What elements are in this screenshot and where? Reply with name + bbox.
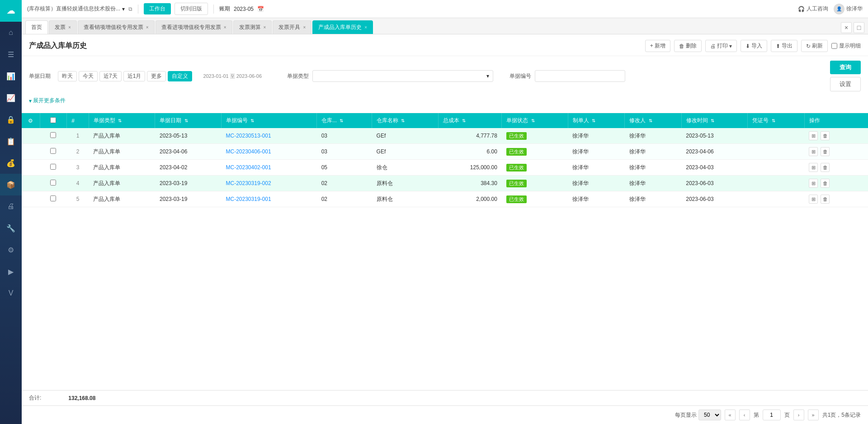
row-checkbox-cell[interactable] xyxy=(40,128,67,144)
date-btn-more[interactable]: 更多 xyxy=(147,71,166,81)
row-checkbox-cell[interactable] xyxy=(40,144,67,160)
per-page-input[interactable]: 50 100 200 xyxy=(698,410,721,420)
th-voucher[interactable]: 凭证号 ⇅ xyxy=(748,113,804,128)
sidebar-item-play[interactable]: ▶ xyxy=(0,261,22,282)
sidebar-item-settings[interactable]: ⚙ xyxy=(0,239,22,261)
refresh-button[interactable]: ↻ 刷新 xyxy=(801,40,828,52)
th-total-cost[interactable]: 总成本 ⇅ xyxy=(438,113,502,128)
select-all-checkbox[interactable] xyxy=(50,117,56,123)
calendar-icon[interactable]: 📅 xyxy=(257,6,264,12)
row-delete-btn-4[interactable]: 🗑 xyxy=(821,195,830,204)
tab-invoice-issue-close[interactable]: × xyxy=(303,25,306,30)
row-number-link-0[interactable]: MC-20230513-001 xyxy=(226,133,271,139)
tab-sales-invoice[interactable]: 查看销项增值税专用发票 × xyxy=(78,20,155,34)
page-input[interactable] xyxy=(763,410,781,420)
service-button[interactable]: 🎧 人工咨询 xyxy=(798,5,828,13)
show-detail-label[interactable]: 显示明细 xyxy=(831,42,861,50)
row-number-0[interactable]: MC-20230513-001 xyxy=(222,128,317,144)
th-date[interactable]: 单据日期 ⇅ xyxy=(155,113,222,128)
row-number-link-2[interactable]: MC-20230402-001 xyxy=(226,164,271,171)
switch-button[interactable]: 切到旧版 xyxy=(175,3,208,15)
date-btn-1month[interactable]: 近1月 xyxy=(123,71,146,81)
th-modifier[interactable]: 修改人 ⇅ xyxy=(625,113,681,128)
row-checkbox-4[interactable] xyxy=(50,195,56,201)
sidebar-item-list[interactable]: 📋 xyxy=(0,130,22,152)
tab-invoice[interactable]: 发票 × xyxy=(49,20,77,34)
tab-purchase-invoice[interactable]: 查看进项增值税专用发票 × xyxy=(156,20,232,34)
row-checkbox-2[interactable] xyxy=(50,164,56,170)
tab-invoice-close[interactable]: × xyxy=(68,25,71,30)
delete-button[interactable]: 🗑 删除 xyxy=(674,40,702,52)
row-checkbox-cell[interactable] xyxy=(40,176,67,191)
app-logo[interactable]: ☁ xyxy=(0,0,22,22)
tab-invoice-issue[interactable]: 发票开具 × xyxy=(273,20,311,34)
first-page-btn[interactable]: « xyxy=(725,410,736,420)
row-delete-btn-1[interactable]: 🗑 xyxy=(821,147,830,156)
sidebar-item-tool[interactable]: 🔧 xyxy=(0,217,22,239)
prev-page-btn[interactable]: ‹ xyxy=(739,410,750,420)
next-page-btn[interactable]: › xyxy=(793,410,804,420)
sidebar-item-v[interactable]: V xyxy=(0,282,22,304)
th-modify-time[interactable]: 修改时间 ⇅ xyxy=(681,113,748,128)
workbench-button[interactable]: 工作台 xyxy=(144,3,171,14)
tab-invoice-calc[interactable]: 发票测算 × xyxy=(233,20,272,34)
sidebar-item-chart[interactable]: 📊 xyxy=(0,65,22,87)
sidebar-item-lock[interactable]: 🔒 xyxy=(0,109,22,130)
date-btn-today[interactable]: 今天 xyxy=(79,71,98,81)
row-number-3[interactable]: MC-20230319-002 xyxy=(222,176,317,191)
row-delete-btn-0[interactable]: 🗑 xyxy=(821,131,830,140)
row-checkbox-1[interactable] xyxy=(50,148,56,154)
sidebar-item-analytics[interactable]: 📈 xyxy=(0,87,22,109)
date-btn-7days[interactable]: 近7天 xyxy=(99,71,122,81)
row-number-4[interactable]: MC-20230319-001 xyxy=(222,191,317,207)
row-number-2[interactable]: MC-20230402-001 xyxy=(222,160,317,176)
tab-sales-invoice-close[interactable]: × xyxy=(146,25,149,30)
show-detail-checkbox[interactable] xyxy=(831,43,837,49)
th-type[interactable]: 单据类型 ⇅ xyxy=(89,113,155,128)
import-button[interactable]: ⬇ 导入 xyxy=(741,40,767,52)
row-edit-btn-1[interactable]: ⊞ xyxy=(809,147,818,156)
th-number[interactable]: 单据编号 ⇅ xyxy=(222,113,317,128)
number-filter-input[interactable] xyxy=(535,70,625,82)
row-edit-btn-0[interactable]: ⊞ xyxy=(809,131,818,140)
type-select[interactable]: ▾ xyxy=(312,70,493,82)
user-info[interactable]: 👤 徐泽华 xyxy=(834,4,863,14)
tab-product-history-close[interactable]: × xyxy=(364,25,367,30)
close-all-btn[interactable]: × xyxy=(841,22,852,33)
sidebar-item-home[interactable]: ⌂ xyxy=(0,22,22,43)
date-btn-yesterday[interactable]: 昨天 xyxy=(58,71,77,81)
last-page-btn[interactable]: » xyxy=(808,410,819,420)
sidebar-item-print[interactable]: 🖨 xyxy=(0,195,22,217)
row-number-1[interactable]: MC-20230406-001 xyxy=(222,144,317,160)
sidebar-item-finance[interactable]: 💰 xyxy=(0,152,22,174)
th-warehouse-code[interactable]: 仓库... ⇅ xyxy=(317,113,372,128)
th-settings[interactable]: ⚙ xyxy=(22,113,40,128)
row-number-link-4[interactable]: MC-20230319-001 xyxy=(226,196,271,202)
tab-product-history[interactable]: 产成品入库单历史 × xyxy=(312,20,373,34)
expand-more-btn[interactable]: ▾ 展开更多条件 xyxy=(29,97,66,105)
row-checkbox-cell[interactable] xyxy=(40,160,67,176)
th-warehouse-name[interactable]: 仓库名称 ⇅ xyxy=(372,113,439,128)
print-button[interactable]: 🖨 打印 ▾ xyxy=(705,40,737,52)
query-button[interactable]: 查询 xyxy=(830,61,861,74)
sidebar-item-inventory[interactable]: 📦 xyxy=(0,174,22,195)
row-edit-btn-3[interactable]: ⊞ xyxy=(809,179,818,188)
th-creator[interactable]: 制单人 ⇅ xyxy=(568,113,624,128)
company-selector[interactable]: (库存核算）直播轻娱通信息技术股份... ▾ xyxy=(27,5,125,13)
sidebar-item-menu[interactable]: ☰ xyxy=(0,43,22,65)
row-delete-btn-3[interactable]: 🗑 xyxy=(821,179,830,188)
export-button[interactable]: ⬆ 导出 xyxy=(771,40,797,52)
th-checkbox[interactable] xyxy=(40,113,67,128)
row-checkbox-0[interactable] xyxy=(50,132,56,138)
tab-home[interactable]: 首页 xyxy=(25,20,48,34)
row-delete-btn-2[interactable]: 🗑 xyxy=(821,163,830,172)
date-btn-custom[interactable]: 自定义 xyxy=(168,71,192,81)
th-status[interactable]: 单据状态 ⇅ xyxy=(502,113,568,128)
row-checkbox-3[interactable] xyxy=(50,180,56,186)
row-number-link-3[interactable]: MC-20230319-002 xyxy=(226,180,271,186)
new-button[interactable]: + 新增 xyxy=(645,40,670,52)
set-button[interactable]: 设置 xyxy=(830,77,861,91)
row-edit-btn-2[interactable]: ⊞ xyxy=(809,163,818,172)
copy-icon[interactable]: ⧉ xyxy=(128,6,132,12)
tab-invoice-calc-close[interactable]: × xyxy=(264,25,266,30)
